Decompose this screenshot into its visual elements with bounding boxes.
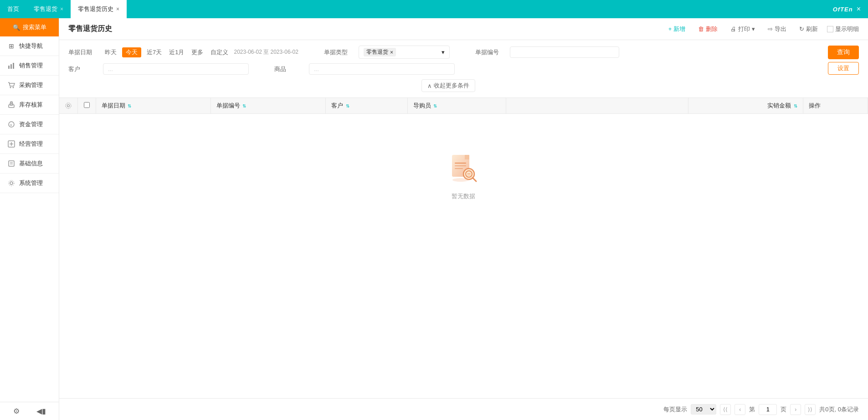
display-detail-toggle[interactable]: 显示明细 <box>827 25 859 33</box>
svg-rect-0 <box>8 66 10 69</box>
col-doc-number: 单据编号 ⇅ <box>211 98 325 114</box>
doc-number-input[interactable] <box>510 46 619 58</box>
sidebar-item-purchase[interactable]: 采购管理 <box>0 76 59 95</box>
col-spacer <box>506 98 688 114</box>
page-size-label: 每页显示 <box>663 405 687 414</box>
filter-row-1: 单据日期 昨天 今天 近7天 近1月 更多 自定义 2023-06-02 至 2… <box>68 46 828 59</box>
select-all-checkbox[interactable] <box>84 102 90 108</box>
display-detail-checkbox[interactable] <box>827 26 833 32</box>
top-bar: 首页 零售退货 × 零售退货历史 × OfTEn × <box>0 0 868 18</box>
col-action-label: 操作 <box>809 102 821 109</box>
filter-settings-button[interactable]: 设置 <box>828 62 859 75</box>
svg-point-4 <box>13 87 14 88</box>
type-tag: 零售退货 × <box>364 48 396 56</box>
collapse-btn[interactable]: ∧ 收起更多条件 <box>421 79 475 92</box>
col-doc-date: 单据日期 ⇅ <box>96 98 211 114</box>
date-filter-label: 单据日期 <box>68 48 96 56</box>
col-amount-label: 实销金额 <box>767 102 791 109</box>
last-page-btn[interactable]: ⟩⟩ <box>805 404 816 415</box>
filter-fields: 单据日期 昨天 今天 近7天 近1月 更多 自定义 2023-06-02 至 2… <box>68 46 828 92</box>
col-doc-number-sort[interactable]: ⇅ <box>242 103 246 108</box>
volume-bottom-btn[interactable]: ◀▮ <box>36 407 46 415</box>
inventory-icon <box>7 101 15 109</box>
sidebar-item-operations-label: 经营管理 <box>19 140 43 148</box>
refresh-icon: ↻ <box>799 26 804 32</box>
sidebar-item-sales-label: 销售管理 <box>19 61 43 70</box>
type-tag-label: 零售退货 <box>366 48 388 56</box>
tab-home[interactable]: 首页 <box>0 0 26 18</box>
sidebar-item-system-label: 系统管理 <box>19 179 43 187</box>
sidebar-search-label: 搜索菜单 <box>23 23 46 31</box>
finance-icon: ¥ <box>7 120 15 128</box>
refresh-label: 刷新 <box>806 25 818 33</box>
page-size-select[interactable]: 10 20 50 100 <box>691 404 716 415</box>
table-settings-icon[interactable] <box>65 102 72 109</box>
first-page-btn[interactable]: ⟨⟨ <box>720 404 731 415</box>
svg-point-19 <box>66 103 71 108</box>
col-checkbox <box>77 98 96 114</box>
svg-rect-2 <box>13 63 14 69</box>
empty-text: 暂无数据 <box>452 192 475 200</box>
print-dropdown-icon: ▾ <box>752 26 755 32</box>
sidebar-item-quick-nav[interactable]: ⊞ 快捷导航 <box>0 36 59 56</box>
date-btn-last7[interactable]: 近7天 <box>145 47 164 57</box>
next-page-btn[interactable]: › <box>790 404 801 415</box>
sidebar-item-finance[interactable]: ¥ 资金管理 <box>0 115 59 134</box>
svg-rect-1 <box>10 64 12 69</box>
quick-nav-icon: ⊞ <box>7 42 15 50</box>
refresh-button[interactable]: ↻ 刷新 <box>796 23 822 35</box>
new-button[interactable]: + 新增 <box>665 23 689 35</box>
sidebar-search-btn[interactable]: 🔍 搜索菜单 <box>0 18 59 36</box>
goods-placeholder: ... <box>314 66 319 72</box>
svg-point-31 <box>452 178 469 182</box>
svg-text:¥: ¥ <box>10 123 12 127</box>
col-settings <box>59 98 77 114</box>
page-input[interactable] <box>759 404 777 415</box>
type-dropdown-icon: ▾ <box>442 49 445 56</box>
col-amount-sort[interactable]: ⇅ <box>794 103 797 108</box>
sidebar-item-inventory[interactable]: 库存核算 <box>0 95 59 115</box>
col-customer: 客户 ⇅ <box>325 98 407 114</box>
content-area: 零售退货历史 + 新增 🗑 删除 🖨 打印 ▾ ⇨ 导出 <box>59 18 868 420</box>
col-guide-sort[interactable]: ⇅ <box>433 103 437 108</box>
print-button[interactable]: 🖨 打印 ▾ <box>727 23 759 35</box>
topbar-right: OfTEn × <box>833 5 868 13</box>
delete-label: 删除 <box>706 25 718 33</box>
date-filter-buttons: 昨天 今天 近7天 近1月 更多 自定义 2023-06-02 至 2023-0… <box>103 47 298 57</box>
date-btn-custom[interactable]: 自定义 <box>209 47 230 57</box>
table-header: 单据日期 ⇅ 单据编号 ⇅ 客户 ⇅ 导购员 ⇅ <box>59 98 868 114</box>
col-action: 操作 <box>803 98 868 114</box>
export-button[interactable]: ⇨ 导出 <box>764 23 790 35</box>
filter-row-2: 客户 ... 商品 ... <box>68 63 828 75</box>
type-filter-select[interactable]: 零售退货 × ▾ <box>359 46 450 59</box>
date-btn-more[interactable]: 更多 <box>190 47 205 57</box>
date-btn-last-month[interactable]: 近1月 <box>167 47 186 57</box>
tab-retail-return-history[interactable]: 零售退货历史 × <box>71 0 127 18</box>
tab-retail-return-history-close[interactable]: × <box>116 6 119 12</box>
sidebar-item-basic-info[interactable]: 基础信息 <box>0 154 59 174</box>
sidebar-item-system[interactable]: 系统管理 <box>0 174 59 193</box>
sidebar-bottom: ⚙ ◀▮ <box>0 402 59 420</box>
sidebar-item-operations[interactable]: 经营管理 <box>0 134 59 154</box>
sidebar-item-sales[interactable]: 销售管理 <box>0 56 59 76</box>
window-close-btn[interactable]: × <box>857 5 861 13</box>
filter-actions: 查询 设置 <box>828 46 859 75</box>
customer-filter-input[interactable]: ... <box>103 63 249 75</box>
type-tag-remove[interactable]: × <box>390 49 393 56</box>
goods-filter-label: 商品 <box>274 65 302 73</box>
sidebar-item-quick-nav-label: 快捷导航 <box>19 42 43 50</box>
delete-button[interactable]: 🗑 删除 <box>694 23 721 35</box>
sidebar-item-finance-label: 资金管理 <box>19 120 43 128</box>
col-doc-date-sort[interactable]: ⇅ <box>128 103 131 108</box>
tab-retail-return[interactable]: 零售退货 × <box>26 0 71 18</box>
col-customer-sort[interactable]: ⇅ <box>346 103 349 108</box>
display-detail-label: 显示明细 <box>835 25 859 33</box>
date-btn-today[interactable]: 今天 <box>122 47 141 57</box>
settings-bottom-btn[interactable]: ⚙ <box>13 407 20 415</box>
query-button[interactable]: 查询 <box>828 46 859 59</box>
tab-retail-return-close[interactable]: × <box>60 6 63 12</box>
date-btn-yesterday[interactable]: 昨天 <box>103 47 118 57</box>
goods-filter-input[interactable]: ... <box>309 63 455 75</box>
prev-page-btn[interactable]: ‹ <box>734 404 745 415</box>
col-doc-number-label: 单据编号 <box>216 102 240 109</box>
